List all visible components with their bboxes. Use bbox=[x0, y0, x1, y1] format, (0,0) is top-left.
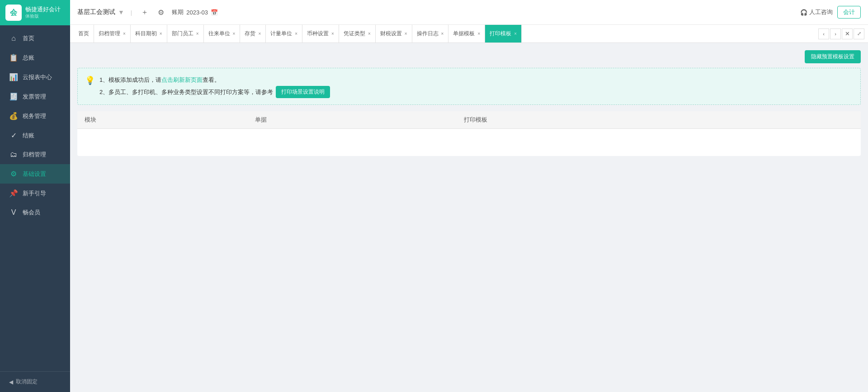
tab-label-archive-mgmt: 归档管理 bbox=[99, 30, 120, 38]
org-selector[interactable]: 基层工会测试 ▼ bbox=[77, 8, 124, 16]
tab-home[interactable]: 首页 bbox=[74, 25, 94, 43]
info-panel: 💡 1、模板添加成功后，请点击刷新新页面查看。 2、多员工、多打印机、多种业务类… bbox=[77, 68, 861, 105]
period-label: 账期 bbox=[172, 8, 184, 16]
tab-label-tax-settings: 财税设置 bbox=[380, 30, 402, 38]
tab-archive-mgmt[interactable]: 归档管理× bbox=[94, 25, 131, 43]
hide-preview-button[interactable]: 隐藏预置模板设置 bbox=[805, 50, 861, 63]
tab-close-dept-employee[interactable]: × bbox=[196, 31, 199, 36]
table-header: 模块 单据 打印模板 bbox=[77, 111, 861, 129]
app-logo: 会 畅捷通好会计 体验版 bbox=[0, 0, 70, 25]
info-line2: 2、多员工、多打印机、多种业务类型设置不同打印方案等，请参考 打印场景设置说明 bbox=[99, 86, 853, 98]
tab-label-dept-employee: 部门员工 bbox=[172, 30, 193, 38]
nav-label-invoice: 发票管理 bbox=[23, 93, 46, 101]
refresh-link[interactable]: 点击刷新新页面 bbox=[161, 76, 203, 83]
tab-tax-settings[interactable]: 财税设置× bbox=[376, 25, 412, 43]
sidebar-item-settlement[interactable]: ✓结账 bbox=[0, 126, 70, 145]
sidebar-item-settings[interactable]: ⚙基础设置 bbox=[0, 164, 70, 184]
close-all-tabs-button[interactable]: ✕ bbox=[842, 28, 853, 39]
org-name: 基层工会测试 bbox=[77, 8, 115, 16]
sidebar: 会 畅捷通好会计 体验版 ⌂首页📋总账📊云报表中心🧾发票管理💰税务管理✓结账🗂归… bbox=[0, 0, 70, 392]
headset-icon: 🎧 bbox=[800, 9, 807, 16]
topbar-actions: ＋ ⚙ bbox=[138, 6, 167, 19]
nav-label-home: 首页 bbox=[23, 34, 34, 43]
dropdown-icon: ▼ bbox=[118, 9, 124, 16]
main-area: 基层工会测试 ▼ | ＋ ⚙ 账期 2023-03 📅 🎧 人工咨询 会计 首页… bbox=[70, 0, 868, 392]
tab-dept-employee[interactable]: 部门员工× bbox=[167, 25, 204, 43]
info-line1: 1、模板添加成功后，请点击刷新新页面查看。 bbox=[99, 75, 853, 85]
tab-close-single-template[interactable]: × bbox=[477, 31, 480, 36]
nav-label-ledger: 总账 bbox=[23, 54, 34, 62]
tab-label-inventory: 存货 bbox=[245, 30, 255, 38]
nav-label-member: 畅会员 bbox=[23, 208, 40, 217]
nav-icon-guide: 📌 bbox=[9, 189, 18, 198]
sidebar-item-tax[interactable]: 💰税务管理 bbox=[0, 106, 70, 126]
nav-label-settings: 基础设置 bbox=[23, 170, 46, 178]
explain-button[interactable]: 打印场景设置说明 bbox=[276, 86, 330, 98]
account-button[interactable]: 会计 bbox=[837, 6, 861, 19]
nav-icon-settings: ⚙ bbox=[9, 170, 18, 178]
nav-label-guide: 新手引导 bbox=[23, 189, 46, 198]
support-button[interactable]: 🎧 人工咨询 bbox=[800, 8, 833, 16]
tab-close-op-log[interactable]: × bbox=[441, 31, 444, 36]
col-template: 打印模板 bbox=[457, 111, 861, 128]
tab-prev-button[interactable]: ‹ bbox=[818, 28, 829, 39]
tab-op-log[interactable]: 操作日志× bbox=[412, 25, 449, 43]
nav-icon-settlement: ✓ bbox=[9, 131, 18, 140]
tab-close-archive-mgmt[interactable]: × bbox=[123, 31, 126, 36]
nav-icon-member: V bbox=[9, 208, 18, 217]
tab-label-print-template: 打印模板 bbox=[490, 30, 511, 38]
sidebar-item-invoice[interactable]: 🧾发票管理 bbox=[0, 87, 70, 106]
tab-close-subject-period[interactable]: × bbox=[160, 31, 162, 36]
tab-contacts[interactable]: 往来单位× bbox=[204, 25, 241, 43]
tab-label-currency: 币种设置 bbox=[307, 30, 329, 38]
tab-label-contacts: 往来单位 bbox=[208, 30, 230, 38]
tab-print-template[interactable]: 打印模板× bbox=[485, 25, 522, 43]
support-label: 人工咨询 bbox=[809, 8, 833, 16]
col-module: 模块 bbox=[77, 111, 248, 128]
period-value: 2023-03 bbox=[186, 9, 208, 16]
tab-close-contacts[interactable]: × bbox=[233, 31, 236, 36]
tab-close-unit[interactable]: × bbox=[295, 31, 297, 36]
nav-label-reports: 云报表中心 bbox=[23, 73, 52, 81]
tab-next-button[interactable]: › bbox=[830, 28, 841, 39]
tab-inventory[interactable]: 存货× bbox=[240, 25, 266, 43]
tab-label-single-template: 单据模板 bbox=[453, 30, 475, 38]
unpin-button[interactable]: ◀ 取消固定 bbox=[0, 371, 70, 392]
tab-label-op-log: 操作日志 bbox=[417, 30, 439, 38]
lightbulb-icon: 💡 bbox=[85, 76, 95, 85]
tab-close-print-template[interactable]: × bbox=[514, 31, 517, 36]
sidebar-item-guide[interactable]: 📌新手引导 bbox=[0, 184, 70, 203]
add-tab-button[interactable]: ＋ bbox=[138, 6, 151, 19]
tab-single-template[interactable]: 单据模板× bbox=[448, 25, 485, 43]
tab-navigation: ‹ › ✕ ⤢ bbox=[818, 28, 864, 39]
tab-close-currency[interactable]: × bbox=[331, 31, 334, 36]
tab-label-home: 首页 bbox=[78, 30, 89, 38]
sidebar-item-archive[interactable]: 🗂归档管理 bbox=[0, 145, 70, 164]
unpin-label: 取消固定 bbox=[16, 378, 38, 386]
sidebar-item-member[interactable]: V畅会员 bbox=[0, 203, 70, 222]
sidebar-item-ledger[interactable]: 📋总账 bbox=[0, 48, 70, 67]
expand-button[interactable]: ⤢ bbox=[854, 28, 864, 39]
info-text: 1、模板添加成功后，请点击刷新新页面查看。 2、多员工、多打印机、多种业务类型设… bbox=[99, 75, 853, 98]
hide-preview-section: 隐藏预置模板设置 bbox=[77, 50, 861, 63]
tab-close-voucher-type[interactable]: × bbox=[368, 31, 371, 36]
tab-close-inventory[interactable]: × bbox=[258, 31, 261, 36]
left-arrow-icon: ◀ bbox=[9, 379, 13, 385]
tab-close-tax-settings[interactable]: × bbox=[405, 31, 407, 36]
tab-label-unit: 计量单位 bbox=[270, 30, 292, 38]
nav-icon-home: ⌂ bbox=[9, 34, 18, 43]
nav-icon-archive: 🗂 bbox=[9, 151, 18, 159]
tab-label-subject-period: 科目期初 bbox=[135, 30, 157, 38]
info-line1-prefix: 1、模板添加成功后，请 bbox=[99, 76, 161, 83]
tab-subject-period[interactable]: 科目期初× bbox=[131, 25, 167, 43]
tab-currency[interactable]: 币种设置× bbox=[302, 25, 339, 43]
sidebar-item-home[interactable]: ⌂首页 bbox=[0, 29, 70, 48]
tab-label-voucher-type: 凭证类型 bbox=[344, 30, 365, 38]
sidebar-item-reports[interactable]: 📊云报表中心 bbox=[0, 67, 70, 87]
nav-icon-invoice: 🧾 bbox=[9, 92, 18, 101]
settings-icon-button[interactable]: ⚙ bbox=[155, 6, 167, 19]
calendar-icon[interactable]: 📅 bbox=[211, 9, 218, 16]
sidebar-nav: ⌂首页📋总账📊云报表中心🧾发票管理💰税务管理✓结账🗂归档管理⚙基础设置📌新手引导… bbox=[0, 25, 70, 371]
tab-voucher-type[interactable]: 凭证类型× bbox=[339, 25, 376, 43]
tab-unit[interactable]: 计量单位× bbox=[266, 25, 302, 43]
